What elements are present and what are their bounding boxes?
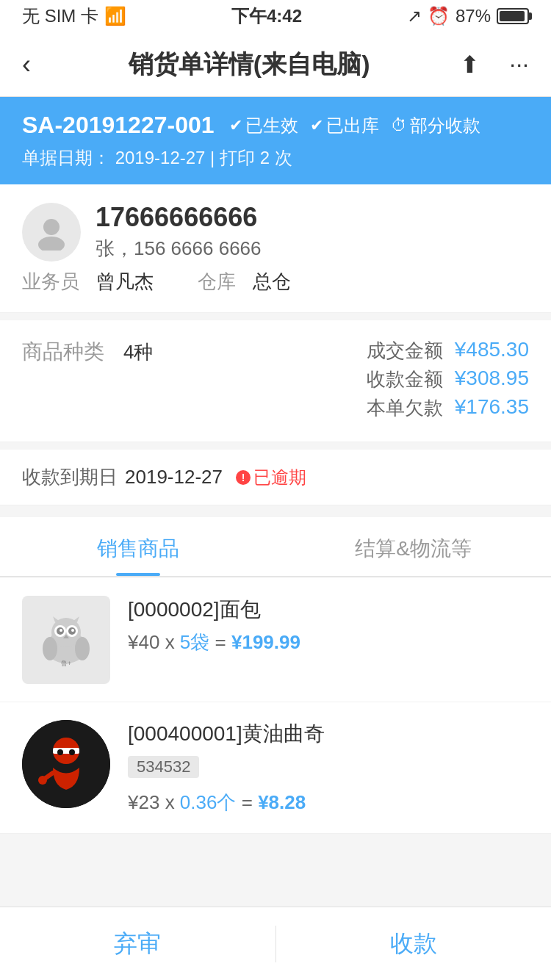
due-amount-label: 本单欠款	[367, 395, 443, 421]
due-date-value: 2019-12-27	[125, 466, 223, 489]
customer-avatar	[22, 203, 81, 262]
overdue-text: 已逾期	[253, 466, 306, 489]
product-list: 鲁+ [0000002]面包 ¥40 x 5袋 = ¥199.99	[0, 578, 551, 834]
due-date-label: 收款到期日	[22, 464, 118, 490]
share-button[interactable]: ⬆	[453, 43, 487, 86]
status-badge-effective: ✔ 已生效	[229, 114, 298, 137]
product-name-1: [0000002]面包	[128, 596, 529, 624]
svg-point-8	[60, 629, 62, 632]
svg-point-20	[69, 749, 75, 755]
customer-name-phone: 张，156 6666 6666	[96, 236, 262, 262]
check-icon-1: ✔	[229, 116, 242, 135]
status-badge-partial: ⏱ 部分收款	[391, 114, 480, 137]
received-value: ¥308.95	[455, 367, 529, 392]
svg-point-22	[38, 776, 47, 785]
svg-rect-18	[53, 748, 79, 754]
sales-info: 业务员 曾凡杰	[22, 269, 154, 295]
tabs-section: 销售商品 结算&物流等	[0, 517, 551, 577]
wifi-icon: 📶	[104, 6, 126, 26]
product-price-2: ¥23 x 0.36个 = ¥8.28	[128, 790, 529, 815]
battery-text: 87%	[455, 6, 491, 26]
product-tag-2: 534532	[128, 756, 199, 778]
customer-section: 17666666666 张，156 6666 6666 业务员 曾凡杰 仓库 总…	[0, 184, 551, 313]
customer-meta: 业务员 曾凡杰 仓库 总仓	[22, 269, 529, 295]
svg-point-13	[43, 637, 57, 660]
warehouse-info: 仓库 总仓	[198, 269, 291, 295]
location-icon: ↗	[407, 6, 422, 26]
confirm-button[interactable]: 收款	[276, 913, 552, 975]
due-date-section: 收款到期日 2019-12-27 ! 已逾期	[0, 450, 551, 505]
cancel-button[interactable]: 弃审	[0, 913, 276, 975]
status-badge-shipped: ✔ 已出库	[310, 114, 379, 137]
battery-icon	[497, 8, 529, 24]
summary-section: 商品种类 4种 成交金额 ¥485.30 收款金额 ¥308.95 本单欠款 ¥…	[0, 320, 551, 442]
status-right: ↗ ⏰ 87%	[407, 6, 529, 26]
order-header-banner: SA-20191227-001 ✔ 已生效 ✔ 已出库 ⏱ 部分收款 单据日期：…	[0, 97, 551, 184]
clock-icon: ⏱	[391, 116, 407, 135]
product-name-2: [000400001]黄油曲奇	[128, 720, 529, 748]
amount-value: ¥485.30	[455, 338, 529, 364]
due-amount-value: ¥176.35	[455, 395, 529, 421]
nav-right-buttons: ⬆ ···	[453, 43, 536, 86]
overdue-icon: !	[236, 470, 251, 485]
tabs-row: 销售商品 结算&物流等	[0, 517, 551, 576]
brand-logo-icon	[22, 720, 110, 808]
owl-icon: 鲁+	[37, 610, 96, 669]
tab-settlement[interactable]: 结算&物流等	[276, 517, 551, 576]
carrier-text: 无 SIM 卡	[22, 4, 98, 28]
page-title: 销货单详情(来自电脑)	[46, 48, 453, 82]
svg-point-1	[38, 237, 65, 251]
nav-bar: ‹ 销货单详情(来自电脑) ⬆ ···	[0, 32, 551, 97]
customer-phone: 17666666666	[96, 202, 262, 233]
product-thumb-1: 鲁+	[22, 596, 110, 684]
svg-point-9	[71, 629, 74, 632]
amounts-summary: 成交金额 ¥485.30 收款金额 ¥308.95 本单欠款 ¥176.35	[367, 338, 529, 424]
product-types: 商品种类 4种	[22, 338, 153, 366]
overdue-badge: ! 已逾期	[236, 466, 306, 489]
order-status-badges: ✔ 已生效 ✔ 已出库 ⏱ 部分收款	[229, 114, 480, 137]
user-icon	[33, 214, 70, 251]
status-bar: 无 SIM 卡 📶 下午4:42 ↗ ⏰ 87%	[0, 0, 551, 32]
more-button[interactable]: ···	[502, 43, 536, 85]
status-left: 无 SIM 卡 📶	[22, 4, 126, 28]
svg-point-19	[57, 749, 63, 755]
status-time: 下午4:42	[231, 4, 302, 28]
product-thumb-2	[22, 720, 110, 808]
amount-label: 成交金额	[367, 338, 443, 364]
received-label: 收款金额	[367, 367, 443, 392]
bottom-bar: 弃审 收款	[0, 907, 551, 980]
product-item: 鲁+ [0000002]面包 ¥40 x 5袋 = ¥199.99	[0, 578, 551, 702]
product-info-2: [000400001]黄油曲奇 534532 ¥23 x 0.36个 = ¥8.…	[128, 720, 529, 815]
order-id: SA-20191227-001	[22, 112, 215, 139]
svg-point-0	[43, 219, 60, 235]
alarm-icon: ⏰	[428, 6, 450, 26]
back-button[interactable]: ‹	[15, 42, 46, 87]
product-info-1: [0000002]面包 ¥40 x 5袋 = ¥199.99	[128, 596, 529, 655]
order-date-info: 单据日期： 2019-12-27 | 打印 2 次	[22, 146, 529, 170]
product-price-1: ¥40 x 5袋 = ¥199.99	[128, 630, 529, 655]
svg-point-14	[75, 637, 90, 660]
svg-text:鲁+: 鲁+	[61, 660, 71, 667]
tab-sales-products[interactable]: 销售商品	[0, 517, 276, 576]
check-icon-2: ✔	[310, 116, 323, 135]
product-item-2: [000400001]黄油曲奇 534532 ¥23 x 0.36个 = ¥8.…	[0, 702, 551, 834]
